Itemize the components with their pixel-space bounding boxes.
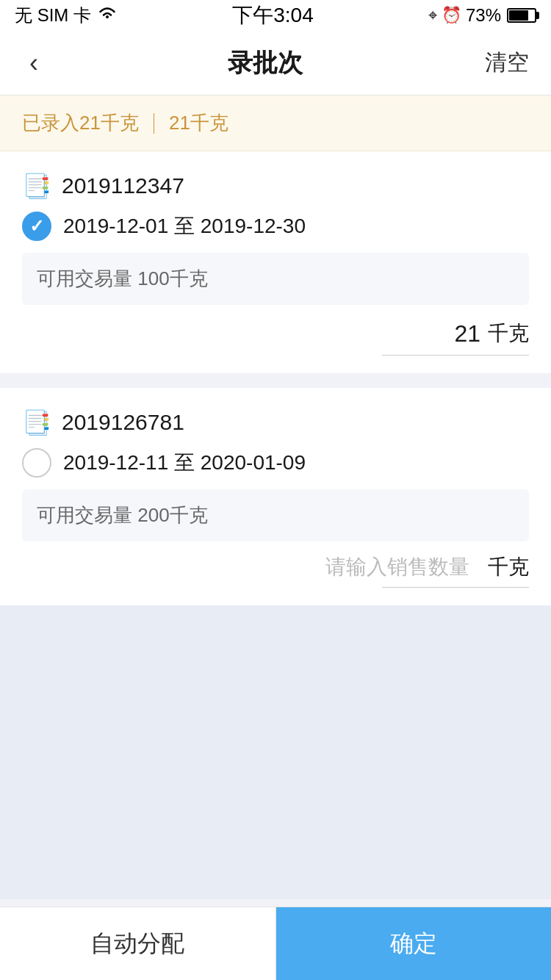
info-divider [154, 113, 154, 134]
battery-percent: 73% [466, 5, 501, 26]
input-unit-2: 千克 [488, 553, 529, 581]
status-left: 无 SIM 卡 [15, 4, 118, 27]
batch-radio-1[interactable] [22, 212, 51, 241]
back-button[interactable]: ‹ [22, 40, 46, 86]
wifi-icon [97, 5, 118, 26]
batch-item-2: 📑 2019126781 2019-12-11 至 2020-01-09 可用交… [0, 388, 551, 605]
batch-date-row-1: 2019-12-01 至 2019-12-30 [0, 200, 551, 241]
batch-date-1: 2019-12-01 至 2019-12-30 [63, 212, 306, 240]
batch-date-2: 2019-12-11 至 2020-01-09 [63, 449, 306, 477]
nav-bar: ‹ 录批次 清空 [0, 31, 551, 96]
location-icon: ⌖ [428, 6, 437, 25]
empty-area [0, 605, 551, 899]
quantity-row-1: 21 千克 [0, 305, 551, 347]
batch-doc-icon-1: 📑 [22, 172, 51, 200]
batch-available-2: 可用交易量 200千克 [22, 489, 529, 541]
status-right: ⌖ ⏰ 73% [428, 5, 536, 26]
status-bar: 无 SIM 卡 下午3:04 ⌖ ⏰ 73% [0, 0, 551, 31]
clear-button[interactable]: 清空 [485, 48, 529, 78]
quantity-unit-1: 千克 [488, 320, 529, 347]
batch-id-2: 2019126781 [62, 410, 184, 435]
quantity-input-2[interactable] [260, 555, 480, 579]
batch-item-1: 📑 2019112347 2019-12-01 至 2019-12-30 可用交… [0, 151, 551, 373]
carrier-text: 无 SIM 卡 [15, 4, 91, 27]
info-value: 21千克 [169, 110, 228, 136]
info-banner: 已录入21千克 21千克 [0, 96, 551, 151]
input-row-2: 千克 [0, 541, 551, 581]
info-label: 已录入21千克 [22, 110, 139, 136]
quantity-value-1: 21 [454, 320, 480, 347]
battery-icon [507, 8, 536, 23]
section-separator-1 [0, 373, 551, 388]
batch-available-1: 可用交易量 100千克 [22, 253, 529, 305]
alarm-icon: ⏰ [442, 6, 461, 25]
batch-header-2: 📑 2019126781 [0, 388, 551, 436]
batch-radio-2[interactable] [22, 448, 51, 478]
confirm-button[interactable]: 确定 [276, 907, 552, 980]
bottom-bar: 自动分配 确定 [0, 907, 551, 980]
batch-doc-icon-2: 📑 [22, 408, 51, 436]
batch-date-row-2: 2019-12-11 至 2020-01-09 [0, 436, 551, 478]
batch-header-1: 📑 2019112347 [0, 151, 551, 200]
auto-distribute-button[interactable]: 自动分配 [0, 907, 276, 980]
status-time: 下午3:04 [232, 1, 314, 29]
page-title: 录批次 [228, 46, 303, 80]
batch-id-1: 2019112347 [62, 173, 184, 198]
